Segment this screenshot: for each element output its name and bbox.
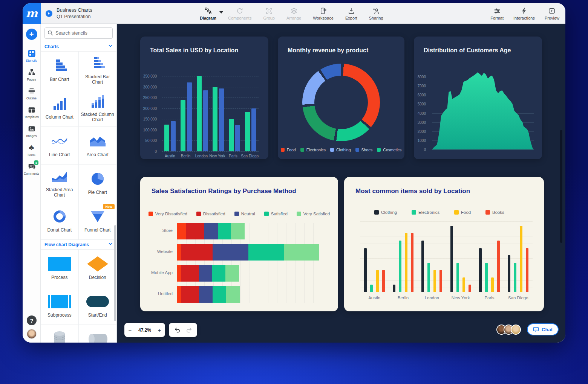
toolbar-item-sharing[interactable]: Sharing [368,3,384,24]
y-axis-tick: 300 000 [143,85,157,89]
stacked-bar-row [177,223,322,239]
y-axis-tick: 0 [424,148,426,152]
toolbar-label-export: Export [345,16,357,20]
legend-item: Very Dissatisfied [149,212,187,216]
bar [520,226,522,292]
toolbar-label-preview: Preview [545,16,559,20]
stencil-stacked-area-chart[interactable]: Stacked Area Chart [41,165,79,202]
sidebar-item-icons[interactable]: ♣Icons [23,141,40,160]
bar [456,263,459,292]
canvas-scrollbar[interactable] [560,130,562,243]
row-label: Website [140,249,173,254]
x-axis-label: San Diego [504,296,533,300]
bar [421,241,424,292]
stencil-stacked-column-chart[interactable]: Stacked Column Chart [79,89,117,127]
stencil-column-chart[interactable]: Column Chart [41,89,79,127]
zoom-control: − 47.2% + [124,323,165,337]
stencil-start-end[interactable]: Start/End [79,287,117,325]
toolbar-item-preview[interactable]: Preview [544,3,560,24]
sidebar-item-stencils[interactable]: TStencils [23,47,40,66]
stencil-stacked-bar-chart[interactable]: Stacked Bar Chart [79,52,117,89]
toolbar-item-arrange[interactable]: Arrange [286,3,302,24]
cylinder-h-stencil [88,330,107,343]
add-button[interactable]: + [26,29,37,40]
column-chart-stencil [52,94,67,113]
stencil-process[interactable]: Process [41,250,79,287]
canvas[interactable]: Total Sales in USD by Location350 000300… [117,24,565,343]
moqups-logo[interactable]: m [23,3,41,24]
stencil-funnel-chart[interactable]: NewFunnel Chart [79,202,117,240]
toolbar-item-interactions[interactable]: Interactions [513,3,536,24]
row-label: Untitled [140,291,173,296]
bar-group-2 [197,76,208,151]
redo-button[interactable] [186,327,192,333]
panel-scrollbar[interactable] [114,225,116,321]
chart-card-items-by-location[interactable]: Most common items sold by LocationClothi… [344,177,544,311]
legend-item: Cosmetics [377,148,401,152]
chart-card-customers-age[interactable]: Distribution of Customers Age80007000600… [414,37,542,159]
undo-button[interactable] [174,327,181,333]
sidebar-item-images[interactable]: Images [23,122,40,141]
stencil-area-chart[interactable]: Area Chart [79,127,117,165]
help-button[interactable]: ? [27,315,37,325]
y-axis-tick: 200 000 [143,107,157,111]
bar-group-1 [393,221,413,292]
search-input[interactable] [44,27,113,39]
stencil-pie-chart[interactable]: Pie Chart [79,165,117,202]
sidebar-item-comments[interactable]: Comments3 [23,160,40,178]
bar [411,233,413,292]
stacked-bar-row [177,244,322,261]
stacked-column-stencil [90,92,105,110]
stencil-decision[interactable]: Decision [79,250,117,287]
format-icon [493,7,501,15]
stencil-donut-chart[interactable]: Donut Chart [41,202,79,240]
chart-card-satisfaction[interactable]: Sales Satisfaction Ratings by Purchase M… [140,177,338,311]
bar-segment [181,244,213,261]
stacked-bar-row [177,286,322,303]
dropdown-caret-icon[interactable] [219,11,223,14]
project-info[interactable]: Business Charts Q1 Presentation [45,3,92,24]
sidebar-item-label: Images [26,134,37,138]
stencil-bar-chart[interactable]: Bar Chart [41,52,79,89]
bar [491,277,494,292]
row-label: Mobile App [140,270,173,275]
toolbar-item-export[interactable]: Export [345,3,358,24]
bar-segment [186,223,204,239]
sidebar-item-templates[interactable]: Templates [23,103,40,122]
stencil-subprocess[interactable]: Subprocess [41,287,79,325]
legend: Very DissatisfiedDissatisfiedNeutralSati… [140,212,338,216]
toolbar-item-workspace[interactable]: Workspace [312,3,334,24]
stencil-line-chart[interactable]: Line Chart [41,127,79,165]
toolbar-item-diagram[interactable]: Diagram [199,3,217,24]
toolbar-item-components[interactable]: Components [227,3,252,24]
chat-icon [533,326,539,332]
toolbar-item-group[interactable]: Group [262,3,276,24]
stencil-cylinder-h-stencil[interactable] [79,325,117,343]
plot-area [162,76,259,151]
chat-button[interactable]: Chat [527,323,559,335]
collaborator-avatar-3[interactable] [511,325,521,335]
bar-group-0 [164,76,176,151]
stencil-cylinder-stencil[interactable] [41,325,79,343]
y-axis-tick: 1000 [418,139,426,143]
stencil-section-header-0[interactable]: Charts [41,42,116,52]
group-icon [265,7,273,15]
new-badge: New [103,204,115,209]
line-chart-stencil [51,132,68,150]
sidebar-item-outline[interactable]: Outline [23,84,40,103]
chart-card-monthly-revenue[interactable]: Monthly revenue by productFoodElectronic… [278,37,404,159]
bar [405,233,407,292]
stencil-section-header-1[interactable]: Flow chart Diagrams [41,240,116,250]
legend-swatch [330,148,334,152]
toolbar-label-format: Format [490,16,504,20]
zoom-out-button[interactable]: − [124,327,136,333]
sidebar-item-pages[interactable]: Pages [23,66,40,84]
user-avatar[interactable] [27,329,37,339]
legend-label: Shoes [361,148,373,152]
chart-card-total-sales[interactable]: Total Sales in USD by Location350 000300… [140,37,268,159]
toolbar-item-format[interactable]: Format [490,3,504,24]
legend-item: Very Satisfied [297,212,330,216]
zoom-in-button[interactable]: + [154,327,165,333]
stencil-label: Decision [89,275,106,280]
legend-label: Electronics [306,148,326,152]
